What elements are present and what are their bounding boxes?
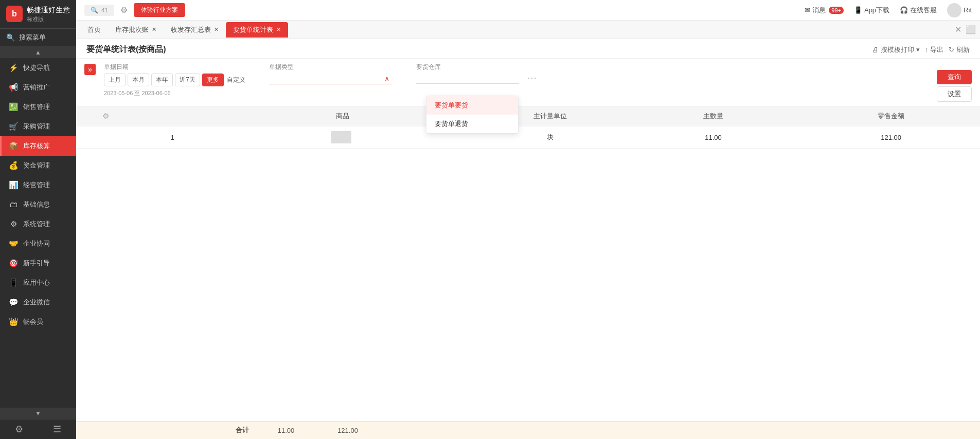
dropdown-item-order-return[interactable]: 要货单退货 (426, 115, 518, 133)
sidebar-search[interactable]: 🔍 搜索菜单 (0, 29, 76, 47)
sidebar-item-basic-info[interactable]: 🗃 基础信息 (0, 195, 76, 214)
footer-qty: 11.00 (255, 427, 317, 434)
period-this-month[interactable]: 本月 (128, 74, 149, 86)
sidebar-footer: ⚙ ☰ (0, 419, 76, 439)
sidebar-settings-icon[interactable]: ⚙ (15, 424, 23, 435)
footer-label: 合计 (134, 426, 255, 435)
date-filter-row: 上月 本月 本年 近7天 更多 自定义 (104, 74, 245, 86)
message-icon: ✉ (805, 6, 810, 14)
type-filter-select[interactable]: ∧ (269, 74, 393, 84)
dropdown-item-order-goods[interactable]: 要货单要货 (426, 96, 518, 115)
sidebar-item-sales[interactable]: 💹 销售管理 (0, 97, 76, 117)
sidebar-item-app-center[interactable]: 📱 应用中心 (0, 273, 76, 292)
table-footer: 合计 11.00 121.00 (76, 421, 980, 439)
search-icon: 🔍 (6, 33, 15, 42)
sidebar-item-inventory[interactable]: 📦 库存核算 (0, 136, 76, 156)
topbar: 🔍 41 ⚙ 体验行业方案 ✉ 消息 99+ 📱 App下载 🎧 在线客服 (76, 0, 980, 21)
sidebar-item-quick-nav[interactable]: ⚡ 快捷导航 (0, 58, 76, 78)
date-period-buttons: 上月 本月 本年 近7天 更多 (104, 74, 224, 86)
sidebar-item-marketing[interactable]: 📢 营销推广 (0, 78, 76, 97)
type-filter-input[interactable] (272, 75, 382, 83)
warehouse-filter-input[interactable] (416, 74, 519, 84)
sidebar-scroll-down[interactable]: ▼ (0, 408, 76, 419)
sidebar-label-operations: 经营管理 (23, 180, 50, 190)
user-profile[interactable]: Rit (947, 3, 972, 17)
tab-home-label: 首页 (87, 25, 101, 34)
quick-nav-icon: ⚡ (9, 63, 18, 72)
tab-receive-summary[interactable]: 收发存汇总表 ✕ (164, 22, 226, 38)
type-filter-label: 单据类型 (269, 63, 393, 71)
tab-receive-summary-close[interactable]: ✕ (214, 26, 219, 33)
refresh-icon: ↻ (949, 46, 954, 53)
sidebar-item-operations[interactable]: 📊 经营管理 (0, 175, 76, 195)
sidebar-label-purchase: 采购管理 (23, 122, 50, 131)
type-dropdown: 要货单要货 要货单退货 (426, 96, 519, 134)
sidebar-scroll-up[interactable]: ▲ (0, 47, 76, 58)
topbar-settings-icon[interactable]: ⚙ (120, 5, 128, 15)
period-last-month[interactable]: 上月 (104, 74, 126, 86)
avatar (947, 3, 961, 17)
sidebar-item-purchase[interactable]: 🛒 采购管理 (0, 117, 76, 136)
warehouse-filter-label: 要货仓库 (416, 63, 519, 71)
sidebar-label-wechat: 企业微信 (23, 298, 50, 307)
export-button[interactable]: ↑ 导出 (925, 45, 944, 54)
sidebar-label-guide: 新手引导 (23, 259, 50, 268)
vip-icon: 👑 (9, 317, 18, 326)
sidebar-label-system: 系统管理 (23, 220, 50, 229)
warehouse-filter-group: 要货仓库 (416, 63, 519, 84)
period-this-year[interactable]: 本年 (151, 74, 173, 86)
tab-home[interactable]: 首页 (80, 22, 108, 38)
period-custom[interactable]: 自定义 (227, 76, 245, 84)
period-last-7-days[interactable]: 近7天 (175, 74, 200, 86)
export-icon: ↑ (925, 46, 929, 53)
query-button[interactable]: 查询 (937, 70, 972, 84)
sidebar-item-wechat[interactable]: 💬 企业微信 (0, 292, 76, 312)
sidebar-item-finance[interactable]: 💰 资金管理 (0, 156, 76, 175)
sidebar-label-sales: 销售管理 (23, 102, 50, 112)
filter-expand-button[interactable]: » (84, 64, 96, 75)
sidebar-label-app-center: 应用中心 (23, 278, 50, 287)
topbar-search[interactable]: 🔍 41 (84, 5, 114, 16)
filter-more-options-icon[interactable]: ⋯ (527, 72, 537, 83)
col-header-num (135, 106, 209, 126)
app-title: 畅捷通好生意 (27, 5, 70, 15)
sidebar-menu-icon[interactable]: ☰ (53, 424, 61, 435)
headset-icon: 🎧 (900, 6, 908, 14)
sidebar-item-system[interactable]: ⚙ 系统管理 (0, 214, 76, 234)
tab-inventory-batch-close[interactable]: ✕ (152, 26, 156, 33)
date-filter-label: 单据日期 (104, 63, 129, 71)
refresh-button[interactable]: ↻ 刷新 (949, 45, 970, 54)
setting-button[interactable]: 设置 (937, 86, 972, 102)
table-header-row: ⚙ 商品 主计量单位 主数量 零售金额 (76, 106, 980, 126)
app-subtitle: 标准版 (27, 15, 70, 23)
guide-icon: 🎯 (9, 259, 18, 268)
table-container: ⚙ 商品 主计量单位 主数量 零售金额 1 (76, 106, 980, 421)
app-center-icon: 📱 (9, 278, 18, 287)
online-service-item[interactable]: 🎧 在线客服 (900, 6, 937, 15)
sidebar-item-guide[interactable]: 🎯 新手引导 (0, 253, 76, 273)
app-download-item[interactable]: 📱 App下载 (854, 6, 889, 15)
app-download-label: App下载 (864, 6, 889, 15)
trial-industry-button[interactable]: 体验行业方案 (134, 3, 185, 17)
message-item[interactable]: ✉ 消息 99+ (805, 6, 844, 15)
dropdown-item-order-goods-label: 要货单要货 (435, 101, 468, 109)
sidebar-label-finance: 资金管理 (23, 161, 50, 170)
tab-order-stat[interactable]: 要货单统计表 ✕ (226, 22, 288, 38)
download-icon: 📱 (854, 6, 862, 14)
type-chevron-up-icon: ∧ (384, 75, 389, 83)
tab-expand-icon[interactable]: ⬜ (966, 25, 976, 34)
tab-close-all-icon[interactable]: ✕ (955, 25, 961, 34)
tab-order-stat-close[interactable]: ✕ (276, 26, 281, 33)
tab-inventory-batch[interactable]: 库存批次账 ✕ (108, 22, 164, 38)
app-logo: b 畅捷通好生意 标准版 (0, 0, 76, 29)
finance-icon: 💰 (9, 161, 18, 170)
wechat-icon: 💬 (9, 298, 18, 307)
period-more[interactable]: 更多 (202, 74, 224, 86)
message-label: 消息 (812, 6, 826, 15)
sidebar-item-vip[interactable]: 👑 畅会员 (0, 312, 76, 332)
print-button[interactable]: 🖨 按模板打印 ▾ (872, 45, 920, 54)
print-icon: 🖨 (872, 46, 879, 53)
marketing-icon: 📢 (9, 83, 18, 92)
sidebar-item-enterprise[interactable]: 🤝 企业协同 (0, 234, 76, 253)
table-settings-icon[interactable]: ⚙ (102, 112, 109, 120)
